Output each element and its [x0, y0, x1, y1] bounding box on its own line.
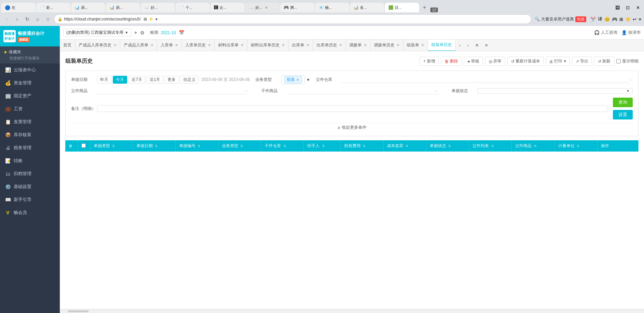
- parent-goods-filter[interactable]: ···: [97, 88, 249, 94]
- address-bar[interactable]: 🔒 https://cloud.chanjet.com/accounting/u…: [54, 14, 531, 24]
- notes-input[interactable]: [97, 105, 607, 112]
- approve-btn[interactable]: ● 审核: [464, 57, 483, 66]
- refresh-btn[interactable]: ↺ 刷新: [594, 57, 614, 66]
- sidebar-item-archive[interactable]: 🗂 归档管理: [0, 167, 60, 180]
- date-btn-yesterday[interactable]: 昨天: [97, 76, 111, 84]
- show-detail-checkbox[interactable]: [616, 59, 621, 63]
- reject-btn[interactable]: ◎ 弃审: [485, 57, 505, 66]
- tab-scroll-left[interactable]: ‹: [456, 40, 464, 51]
- biz-type-input[interactable]: 组装 ✕: [281, 75, 305, 84]
- select-all-checkbox[interactable]: [81, 143, 86, 148]
- parent-warehouse-input[interactable]: [342, 76, 629, 83]
- child-goods-filter[interactable]: ···: [287, 88, 439, 94]
- tab-prod-in-hist[interactable]: 产成品入库单历史 ✕: [75, 40, 120, 51]
- company-selector[interactable]: (勿删勿禁用) 江西服宝测试专用 ▼: [63, 29, 131, 37]
- favorites-section[interactable]: ★ 收藏夹 快捷键打开收藏夹: [0, 46, 60, 63]
- date-btn-more[interactable]: 更多: [164, 76, 179, 84]
- date-btn-custom[interactable]: 自定义: [180, 76, 199, 84]
- tab-prod-in[interactable]: 产成品入库单 ✕: [120, 40, 157, 51]
- th-handler[interactable]: 经手人 ⇅: [304, 140, 340, 152]
- query-btn[interactable]: 查询: [613, 98, 633, 107]
- bookmark-btn[interactable]: ☆: [44, 15, 52, 23]
- browser-tab-1[interactable]: 🔵 在: [1, 3, 36, 12]
- forward-btn[interactable]: ›: [13, 15, 21, 23]
- undo-icon[interactable]: ↩: [633, 17, 636, 22]
- translate-icon[interactable]: 译: [598, 16, 602, 22]
- home-btn[interactable]: ⌂: [33, 15, 42, 23]
- reload-btn[interactable]: ↻: [23, 15, 31, 23]
- sidebar-item-membership[interactable]: V 畅会员: [0, 206, 60, 219]
- tab-prod-in-close[interactable]: ✕: [150, 43, 153, 47]
- tab-in-order-hist[interactable]: 入库单历史 ✕: [182, 40, 215, 51]
- browser-tab-2[interactable]: 📄 新...: [36, 3, 70, 12]
- th-unit[interactable]: 计量单位 ⇅: [554, 140, 597, 152]
- minimize-btn[interactable]: 🖼: [613, 3, 622, 12]
- sidebar-item-guide[interactable]: 📖 新手引导: [0, 193, 60, 206]
- tab-mat-out-hist[interactable]: 材料出库单历史 ✕: [247, 40, 289, 51]
- parent-goods-more-icon[interactable]: ···: [244, 88, 247, 93]
- child-goods-input[interactable]: [289, 88, 434, 93]
- sidebar-item-reports[interactable]: 📊 云报表中心: [0, 63, 60, 76]
- tab-assemble-close[interactable]: ✕: [364, 43, 367, 47]
- child-goods-more-icon[interactable]: ···: [434, 88, 438, 93]
- tab-in-order[interactable]: 入库单 ✕: [157, 40, 182, 51]
- grid-icon[interactable]: ⊞: [619, 17, 623, 22]
- add-company-btn[interactable]: +: [134, 30, 137, 36]
- th-parent-goods[interactable]: 父件商品 ⇅: [512, 140, 554, 152]
- browser-tab-5[interactable]: ☁️ 好...: [141, 3, 175, 12]
- tab-kit-order[interactable]: 组装单 ✕: [403, 40, 428, 51]
- tab-prod-in-hist-close[interactable]: ✕: [113, 43, 117, 47]
- horizontal-scrollbar[interactable]: [60, 309, 644, 313]
- filter-settings-btn[interactable]: 设置: [613, 110, 633, 119]
- tab-scroll-right[interactable]: ›: [464, 40, 472, 51]
- browser-tab-10[interactable]: 📧 畅...: [315, 3, 349, 12]
- tab-count-badge[interactable]: 12: [430, 8, 438, 12]
- th-order-status[interactable]: 单据状态 ⇅: [426, 140, 469, 152]
- date-btn-1month[interactable]: 近1月: [147, 76, 163, 84]
- tab-home[interactable]: 首页: [60, 40, 75, 51]
- close-btn[interactable]: ✕: [633, 3, 643, 12]
- tab-mat-out-hist-close[interactable]: ✕: [282, 43, 285, 47]
- tab-assemble-hist-close[interactable]: ✕: [397, 43, 400, 47]
- tab-mat-out-close[interactable]: ✕: [241, 43, 244, 47]
- th-order-date[interactable]: 单据日期 ⇅: [133, 140, 175, 152]
- parent-warehouse-more-icon[interactable]: ···: [629, 77, 633, 82]
- print-btn[interactable]: 🖨 打印 ▼: [546, 57, 570, 66]
- new-btn[interactable]: + 新增: [420, 57, 439, 66]
- sidebar-item-finance[interactable]: 💰 资金管理: [0, 76, 60, 89]
- th-settings[interactable]: ⚙: [65, 140, 78, 152]
- sidebar-item-inventory[interactable]: 📦 库存核算: [0, 128, 60, 141]
- tab-mat-out[interactable]: 材料出库单 ✕: [215, 40, 247, 51]
- tab-out-order[interactable]: 出库单 ✕: [289, 40, 313, 51]
- biz-type-remove-btn[interactable]: ✕: [296, 77, 299, 82]
- delete-btn[interactable]: 🗑 删除: [441, 57, 462, 66]
- th-order-no[interactable]: 单据编号 ⇅: [175, 140, 218, 152]
- restore-btn[interactable]: ⊡: [623, 3, 632, 12]
- tab-out-order-close[interactable]: ✕: [306, 43, 309, 47]
- sidebar-item-tax[interactable]: 🖨 税务管理: [0, 141, 60, 154]
- th-order-type[interactable]: 单据类型 ⇅: [90, 140, 133, 152]
- biz-type-dropdown-icon[interactable]: ▼: [306, 77, 310, 82]
- date-btn-today[interactable]: 今天: [113, 76, 127, 84]
- th-biz-type[interactable]: 业务类型 ⇅: [218, 140, 261, 152]
- settings-gear-icon[interactable]: ⚙: [140, 30, 145, 35]
- scroll-thumb[interactable]: [68, 310, 89, 312]
- period-value[interactable]: 2021-10: [161, 30, 176, 35]
- browser-tab-9[interactable]: 🎮 腾...: [280, 3, 314, 12]
- recalc-btn[interactable]: ↺ 重新计算成本: [507, 57, 544, 66]
- browser-tab-4[interactable]: 📊 易...: [106, 3, 140, 12]
- calendar-icon[interactable]: 📅: [179, 30, 184, 35]
- th-cost-diff[interactable]: 成本差异 ⇅: [383, 140, 426, 152]
- date-btn-7days[interactable]: 近7天: [129, 76, 145, 84]
- tab-assemble[interactable]: 调拨单 ✕: [346, 40, 371, 51]
- sun-icon[interactable]: ☀️: [625, 17, 631, 22]
- browser-tab-3[interactable]: 📊 易...: [71, 3, 105, 12]
- tab-out-order-hist-close[interactable]: ✕: [339, 43, 342, 47]
- table-settings-icon[interactable]: ⚙: [69, 144, 72, 148]
- menu-icon[interactable]: ≡: [639, 17, 641, 22]
- emoji-icon[interactable]: 😊: [604, 17, 610, 22]
- browser-tab-7[interactable]: 🅲 企...: [211, 3, 245, 12]
- sidebar-item-assets[interactable]: 🏢 固定资产: [0, 89, 60, 102]
- customer-service-btn[interactable]: 🎧 人工咨询: [594, 30, 617, 35]
- tab-assemble-hist[interactable]: 调拨单历史 ✕: [371, 40, 403, 51]
